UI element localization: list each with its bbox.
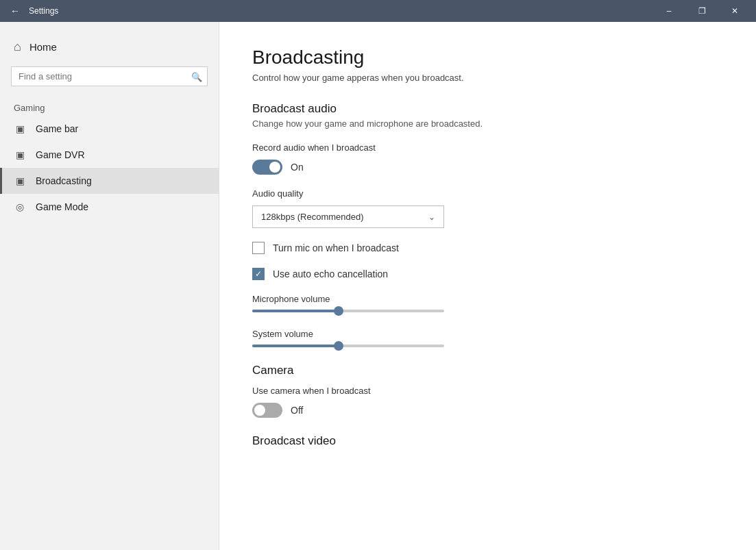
use-camera-toggle-knob bbox=[254, 405, 265, 416]
broadcast-video-title: Broadcast video bbox=[252, 434, 723, 448]
minimize-button[interactable]: – bbox=[653, 0, 685, 22]
use-camera-toggle-label: Off bbox=[291, 405, 303, 416]
record-audio-toggle[interactable] bbox=[252, 160, 282, 175]
titlebar: ← Settings – ❐ ✕ bbox=[0, 0, 756, 22]
broadcast-audio-title: Broadcast audio bbox=[252, 102, 723, 116]
use-camera-label: Use camera when I broadcast bbox=[252, 386, 723, 396]
content-area: Broadcasting Control how your game apper… bbox=[219, 22, 756, 550]
search-input[interactable] bbox=[11, 66, 208, 86]
home-icon: ⌂ bbox=[14, 40, 21, 54]
sidebar-item-game-bar[interactable]: ▣ Game bar bbox=[0, 116, 219, 142]
page-subtitle: Control how your game apperas when you b… bbox=[252, 73, 723, 83]
turn-mic-row[interactable]: Turn mic on when I broadcast bbox=[252, 242, 723, 254]
mic-volume-thumb[interactable] bbox=[334, 306, 343, 316]
game-mode-icon: ◎ bbox=[14, 201, 26, 213]
camera-section-title: Camera bbox=[252, 364, 723, 377]
auto-echo-row[interactable]: ✓ Use auto echo cancellation bbox=[252, 268, 723, 280]
page-title: Broadcasting bbox=[252, 47, 723, 68]
game-bar-icon: ▣ bbox=[14, 123, 26, 135]
record-audio-row: On bbox=[252, 160, 723, 175]
checkmark-icon: ✓ bbox=[255, 270, 262, 278]
system-volume-thumb[interactable] bbox=[334, 341, 343, 351]
auto-echo-checkbox[interactable]: ✓ bbox=[252, 268, 265, 280]
sidebar-section-label: Gaming bbox=[0, 97, 219, 116]
close-button[interactable]: ✕ bbox=[719, 0, 751, 22]
audio-quality-group: Audio quality 128kbps (Recommended) ⌄ bbox=[252, 188, 723, 228]
record-audio-toggle-label: On bbox=[291, 162, 304, 173]
sidebar-search-container: 🔍 bbox=[11, 66, 208, 86]
mic-volume-track[interactable] bbox=[252, 310, 444, 312]
use-camera-toggle[interactable] bbox=[252, 403, 282, 418]
system-volume-label: System volume bbox=[252, 329, 723, 339]
sidebar-item-label-game-mode: Game Mode bbox=[36, 201, 88, 212]
titlebar-back-button[interactable]: ← bbox=[5, 1, 25, 21]
sidebar-item-label-broadcasting: Broadcasting bbox=[36, 175, 92, 186]
sidebar-item-game-mode[interactable]: ◎ Game Mode bbox=[0, 194, 219, 220]
maximize-button[interactable]: ❐ bbox=[686, 0, 718, 22]
titlebar-title: Settings bbox=[29, 6, 653, 16]
audio-quality-value: 128kbps (Recommended) bbox=[261, 212, 364, 222]
mic-volume-group: Microphone volume bbox=[252, 294, 723, 312]
titlebar-controls: – ❐ ✕ bbox=[653, 0, 751, 22]
turn-mic-checkbox[interactable] bbox=[252, 242, 265, 254]
record-audio-label: Record audio when I broadcast bbox=[252, 142, 723, 153]
dropdown-arrow-icon: ⌄ bbox=[428, 212, 435, 222]
sidebar-home-item[interactable]: ⌂ Home bbox=[0, 33, 219, 61]
search-icon: 🔍 bbox=[191, 71, 202, 82]
system-volume-fill bbox=[252, 345, 339, 347]
audio-quality-dropdown[interactable]: 128kbps (Recommended) ⌄ bbox=[252, 205, 444, 228]
sidebar-item-label-game-bar: Game bar bbox=[36, 123, 78, 134]
broadcasting-icon: ▣ bbox=[14, 175, 26, 187]
game-dvr-icon: ▣ bbox=[14, 149, 26, 161]
sidebar-item-broadcasting[interactable]: ▣ Broadcasting bbox=[0, 168, 219, 194]
mic-volume-fill bbox=[252, 310, 339, 312]
system-volume-group: System volume bbox=[252, 329, 723, 347]
broadcast-audio-desc: Change how your game and microphone are … bbox=[252, 118, 723, 129]
sidebar-item-game-dvr[interactable]: ▣ Game DVR bbox=[0, 142, 219, 168]
system-volume-track[interactable] bbox=[252, 345, 444, 347]
sidebar-home-label: Home bbox=[29, 41, 57, 53]
audio-quality-label: Audio quality bbox=[252, 188, 723, 199]
sidebar: ⌂ Home 🔍 Gaming ▣ Game bar ▣ Game DVR ▣ … bbox=[0, 22, 219, 550]
camera-section: Camera Use camera when I broadcast Off bbox=[252, 364, 723, 418]
broadcast-video-section: Broadcast video bbox=[252, 434, 723, 448]
mic-volume-label: Microphone volume bbox=[252, 294, 723, 304]
sidebar-item-label-game-dvr: Game DVR bbox=[36, 149, 85, 160]
record-audio-toggle-knob bbox=[269, 162, 280, 173]
app-body: ⌂ Home 🔍 Gaming ▣ Game bar ▣ Game DVR ▣ … bbox=[0, 22, 756, 550]
use-camera-row: Off bbox=[252, 403, 723, 418]
auto-echo-label: Use auto echo cancellation bbox=[273, 268, 388, 279]
turn-mic-label: Turn mic on when I broadcast bbox=[273, 242, 399, 253]
